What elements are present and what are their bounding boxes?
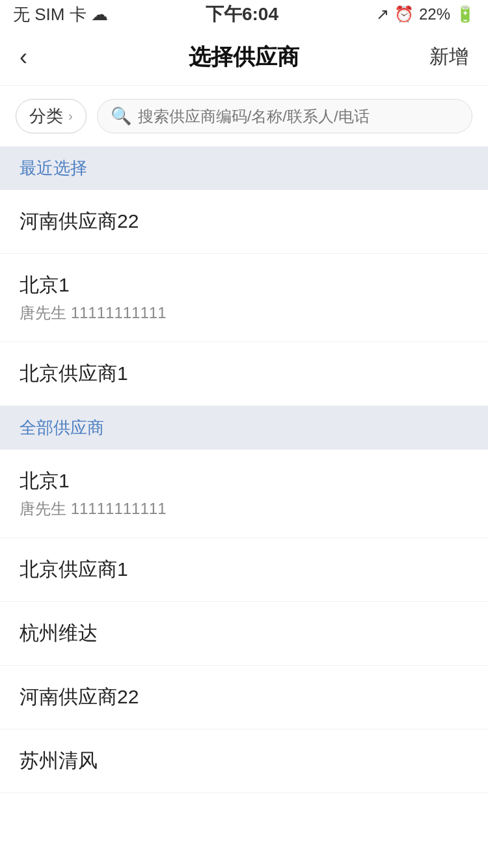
status-right: ↗ ⏰ 22% 🔋	[376, 5, 475, 23]
list-item[interactable]: 杭州维达	[0, 602, 488, 666]
item-name: 苏州清风	[20, 748, 468, 774]
list-item[interactable]: 北京1唐先生 11111111111	[0, 450, 488, 538]
status-time: 下午6:04	[206, 2, 278, 27]
section-header-label-all: 全部供应商	[20, 418, 104, 437]
section-header-recent: 最近选择	[0, 146, 488, 190]
add-button[interactable]: 新增	[429, 44, 468, 70]
chevron-right-icon: ›	[68, 109, 73, 124]
alarm-icon: ⏰	[394, 5, 414, 23]
item-name: 河南供应商22	[20, 208, 468, 235]
section-header-label-recent: 最近选择	[20, 158, 87, 178]
item-name: 北京供应商1	[20, 360, 468, 387]
search-icon: 🔍	[111, 106, 131, 126]
list-item[interactable]: 苏州清风	[0, 729, 488, 793]
list-item[interactable]: 北京供应商1	[0, 538, 488, 602]
item-name: 北京供应商1	[20, 556, 468, 583]
battery-status: 22%	[419, 5, 450, 23]
item-sub: 唐先生 11111111111	[20, 303, 468, 323]
search-box[interactable]: 🔍	[97, 99, 472, 133]
item-name: 河南供应商22	[20, 684, 468, 711]
list-item[interactable]: 北京供应商1	[0, 342, 488, 406]
back-button[interactable]: ‹	[20, 44, 59, 71]
category-filter-button[interactable]: 分类 ›	[16, 99, 87, 133]
battery-icon: 🔋	[455, 5, 475, 23]
list-item[interactable]: 河南供应商22	[0, 190, 488, 254]
item-name: 杭州维达	[20, 620, 468, 647]
list-item[interactable]: 北京1唐先生 11111111111	[0, 254, 488, 342]
nav-bar: ‹ 选择供应商 新增	[0, 29, 488, 86]
status-bar: 无 SIM 卡 ☁ 下午6:04 ↗ ⏰ 22% 🔋	[0, 0, 488, 29]
item-name: 北京1	[20, 468, 468, 495]
category-label: 分类	[29, 105, 63, 128]
search-input[interactable]	[138, 107, 459, 126]
location-icon: ↗	[376, 5, 389, 23]
item-name: 北京1	[20, 272, 468, 299]
item-sub: 唐先生 11111111111	[20, 498, 468, 519]
page-title: 选择供应商	[189, 42, 299, 72]
supplier-list: 最近选择河南供应商22北京1唐先生 11111111111北京供应商1全部供应商…	[0, 146, 488, 793]
status-left: 无 SIM 卡 ☁	[13, 3, 108, 26]
list-item[interactable]: 河南供应商22	[0, 666, 488, 729]
section-header-all: 全部供应商	[0, 406, 488, 450]
sim-status: 无 SIM 卡 ☁	[13, 3, 108, 26]
filter-bar: 分类 › 🔍	[0, 86, 488, 146]
